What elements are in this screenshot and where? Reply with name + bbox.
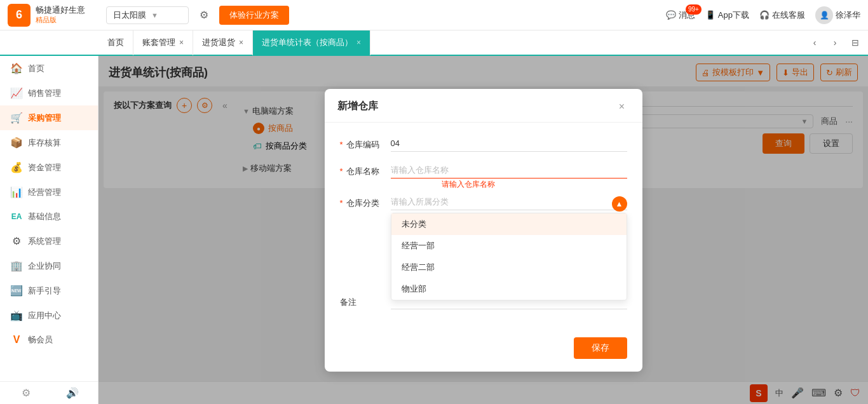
category-label: * 仓库分类 bbox=[340, 194, 391, 209]
trial-button[interactable]: 体验行业方案 bbox=[219, 6, 289, 25]
main-layout: 🏠 首页 📈 销售管理 🛒 采购管理 📦 库存核算 💰 资金管理 📊 经营管理 … bbox=[0, 56, 868, 404]
purchase-icon: 🛒 bbox=[10, 112, 23, 124]
sidebar-vip-label: 畅会员 bbox=[28, 334, 53, 346]
online-service-button[interactable]: 🎧 在线客服 bbox=[759, 10, 805, 21]
tab-account-label: 账套管理 bbox=[142, 37, 175, 48]
sidebar-sales-label: 销售管理 bbox=[28, 88, 61, 99]
message-icon: 💬 bbox=[666, 10, 676, 20]
sidebar-item-enterprise[interactable]: 🏢 企业协同 bbox=[0, 253, 98, 278]
logo-text: 畅捷通好生意 bbox=[36, 5, 85, 16]
enterprise-icon: 🏢 bbox=[10, 260, 23, 272]
tab-purchase-stats-label: 进货单统计表（按商品） bbox=[262, 37, 353, 48]
app-download-button[interactable]: 📱 App下载 bbox=[705, 10, 749, 21]
store-dropdown-arrow: ▼ bbox=[151, 11, 158, 19]
dropdown-item-unclassified[interactable]: 未分类 bbox=[391, 213, 627, 235]
sidebar-item-sales[interactable]: 📈 销售管理 bbox=[0, 81, 98, 105]
user-area[interactable]: 👤 徐泽华 bbox=[815, 6, 860, 24]
sidebar-enterprise-label: 企业协同 bbox=[28, 260, 61, 272]
tab-home-label: 首页 bbox=[107, 37, 124, 48]
inventory-icon: 📦 bbox=[10, 137, 23, 149]
sidebar-item-purchase[interactable]: 🛒 采购管理 bbox=[0, 105, 98, 130]
sidebar-item-system[interactable]: ⚙ 系统管理 bbox=[0, 229, 98, 253]
message-badge: 99+ bbox=[686, 4, 702, 15]
header-middle: 日太阳膜 ▼ ⚙ 体验行业方案 bbox=[106, 5, 666, 25]
sidebar-sound-button[interactable]: 🔊 bbox=[51, 387, 93, 399]
sidebar-home-label: 首页 bbox=[28, 63, 44, 74]
sidebar-item-finance[interactable]: 💰 资金管理 bbox=[0, 155, 98, 180]
content-area: 进货单统计(按商品) 🖨 按模板打印 ▼ ⬇ 导出 ↻ 刷新 bbox=[98, 56, 868, 404]
app-label: App下载 bbox=[718, 10, 749, 21]
store-selector[interactable]: 日太阳膜 ▼ bbox=[106, 6, 189, 24]
tab-next-button[interactable]: › bbox=[827, 35, 843, 50]
category-select-wrapper: ▲ 未分类 经营一部 经营二部 bbox=[391, 194, 627, 210]
modal-close-button[interactable]: × bbox=[614, 99, 630, 114]
logo-area: 6 畅捷通好生意 精品版 bbox=[8, 4, 106, 27]
dropdown-item-dept3[interactable]: 物业部 bbox=[391, 278, 627, 300]
user-name: 徐泽华 bbox=[836, 10, 860, 21]
sidebar-bottom: ⚙ 🔊 bbox=[0, 381, 98, 404]
sidebar-item-basic-info[interactable]: EA 基础信息 bbox=[0, 205, 98, 229]
guide-icon: 🆕 bbox=[10, 285, 23, 297]
tab-account-close[interactable]: × bbox=[179, 38, 184, 47]
sidebar-finance-label: 资金管理 bbox=[28, 162, 61, 173]
modal-new-warehouse: 新增仓库 × * 仓库编码 * bbox=[325, 89, 642, 372]
tab-home[interactable]: 首页 bbox=[98, 30, 133, 55]
store-name: 日太阳膜 bbox=[113, 10, 146, 21]
notes-label: 备注 bbox=[340, 293, 391, 308]
category-input[interactable] bbox=[391, 194, 627, 210]
sidebar-item-vip[interactable]: V 畅会员 bbox=[0, 328, 98, 352]
finance-icon: 💰 bbox=[10, 161, 23, 173]
sidebar-settings-button[interactable]: ⚙ bbox=[5, 387, 46, 399]
sidebar-item-operations[interactable]: 📊 经营管理 bbox=[0, 180, 98, 205]
header-right: 💬 99+ 消息 📱 App下载 🎧 在线客服 👤 徐泽华 bbox=[666, 6, 860, 24]
modal-body: * 仓库编码 * 仓库名称 请输入仓库名称 bbox=[325, 123, 642, 330]
service-icon: 🎧 bbox=[759, 10, 770, 20]
tabs-controls: ‹ › ⊟ bbox=[807, 35, 868, 50]
save-button[interactable]: 保存 bbox=[574, 337, 627, 359]
tab-prev-button[interactable]: ‹ bbox=[807, 35, 822, 50]
code-input[interactable] bbox=[391, 135, 627, 152]
basic-info-icon: EA bbox=[10, 212, 23, 221]
sidebar-item-app-center[interactable]: 📺 应用中心 bbox=[0, 303, 98, 328]
tab-purchase-return-close[interactable]: × bbox=[239, 38, 243, 47]
tab-menu-button[interactable]: ⊟ bbox=[848, 35, 863, 50]
category-field-row: * 仓库分类 ▲ 未分类 bbox=[340, 194, 627, 210]
home-icon: 🏠 bbox=[10, 62, 23, 74]
name-input[interactable] bbox=[391, 162, 627, 178]
modal-overlay[interactable]: 新增仓库 × * 仓库编码 * bbox=[98, 56, 868, 404]
logo-sub: 精品版 bbox=[36, 15, 85, 25]
tab-purchase-stats-close[interactable]: × bbox=[356, 38, 361, 47]
modal-header: 新增仓库 × bbox=[325, 89, 642, 123]
logo-icon: 6 bbox=[8, 4, 31, 27]
sidebar-item-guide[interactable]: 🆕 新手引导 bbox=[0, 278, 98, 303]
sidebar-item-inventory[interactable]: 📦 库存核算 bbox=[0, 130, 98, 155]
operations-icon: 📊 bbox=[10, 186, 23, 198]
messages-button[interactable]: 💬 99+ 消息 bbox=[666, 10, 695, 21]
name-label: * 仓库名称 bbox=[340, 162, 391, 177]
tab-purchase-return[interactable]: 进货退货 × bbox=[193, 30, 253, 55]
sidebar: 🏠 首页 📈 销售管理 🛒 采购管理 📦 库存核算 💰 资金管理 📊 经营管理 … bbox=[0, 56, 98, 404]
tab-account[interactable]: 账套管理 × bbox=[133, 30, 193, 55]
modal-title: 新增仓库 bbox=[337, 100, 378, 113]
modal-footer: 保存 bbox=[325, 330, 642, 372]
sidebar-item-home[interactable]: 🏠 首页 bbox=[0, 56, 98, 81]
logo-text-block: 畅捷通好生意 精品版 bbox=[36, 5, 85, 25]
category-dropdown-arrow[interactable]: ▲ bbox=[612, 196, 627, 212]
settings-gear-icon[interactable]: ⚙ bbox=[194, 5, 214, 25]
sidebar-basic-info-label: 基础信息 bbox=[28, 211, 61, 222]
name-input-wrapper: 请输入仓库名称 bbox=[391, 162, 627, 178]
system-icon: ⚙ bbox=[10, 235, 23, 247]
tabs-bar: 首页 账套管理 × 进货退货 × 进货单统计表（按商品） × ‹ › ⊟ bbox=[0, 30, 868, 56]
top-header: 6 畅捷通好生意 精品版 日太阳膜 ▼ ⚙ 体验行业方案 💬 99+ 消息 📱 … bbox=[0, 0, 868, 30]
sales-icon: 📈 bbox=[10, 87, 23, 99]
sidebar-purchase-label: 采购管理 bbox=[28, 112, 61, 124]
vip-icon: V bbox=[10, 334, 23, 346]
code-field-row: * 仓库编码 bbox=[340, 135, 627, 152]
sidebar-app-center-label: 应用中心 bbox=[28, 310, 61, 321]
sidebar-system-label: 系统管理 bbox=[28, 236, 61, 247]
dropdown-item-dept1[interactable]: 经营一部 bbox=[391, 235, 627, 257]
sidebar-guide-label: 新手引导 bbox=[28, 285, 61, 297]
sidebar-operations-label: 经营管理 bbox=[28, 187, 61, 198]
tab-purchase-stats[interactable]: 进货单统计表（按商品） × bbox=[253, 30, 370, 55]
dropdown-item-dept2[interactable]: 经营二部 bbox=[391, 257, 627, 278]
